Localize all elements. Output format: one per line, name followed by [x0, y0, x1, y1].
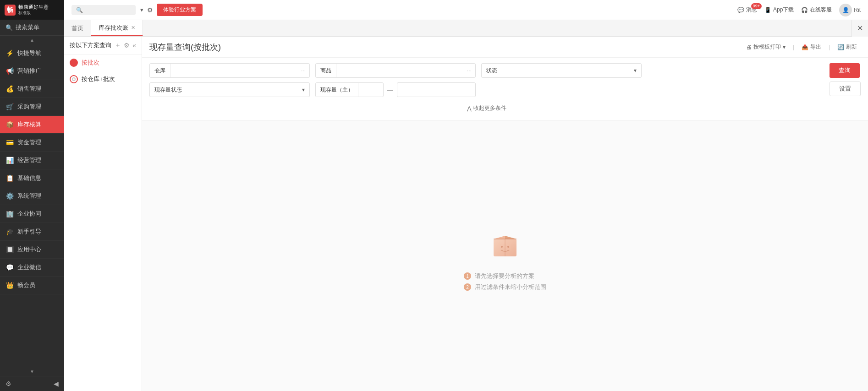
settings-icon[interactable]: ⚙ [5, 380, 11, 387]
close-all-tabs[interactable]: ✕ [852, 20, 868, 37]
messages-badge: 99+ [751, 3, 762, 9]
inventory-qty-filter: 现存量（主） [315, 82, 384, 97]
add-scheme-icon[interactable]: ＋ [115, 41, 121, 49]
customer-service-action[interactable]: 🎧 在线客服 [801, 6, 832, 14]
hint-num-2: 2 [464, 283, 471, 291]
status-filter[interactable]: 状态 ▾ [481, 63, 642, 78]
sidebar-search[interactable]: 🔍 搜索菜单 [0, 20, 64, 36]
print-btn[interactable]: 🖨 按模板打印 ▾ [742, 41, 789, 53]
apps-label: 应用中心 [17, 245, 41, 254]
operations-label: 经营管理 [17, 156, 41, 164]
system-icon: ⚙️ [5, 192, 14, 200]
refresh-btn[interactable]: 🔄 刷新 [834, 41, 861, 53]
sidebar-item-enterprise[interactable]: 🏢 企业协同 [0, 205, 64, 223]
inventory-status-dropdown-icon: ▾ [302, 87, 305, 93]
range-separator: — [387, 87, 393, 93]
search-icon: 🔍 [5, 24, 13, 31]
sidebar-item-operations[interactable]: 📊 经营管理 [0, 152, 64, 169]
newbie-icon: 🎓 [5, 228, 14, 236]
newbie-label: 新手引导 [17, 228, 41, 236]
scheme-by-warehouse-batch-label: 按仓库+批次 [82, 75, 115, 83]
sidebar-item-apps[interactable]: 🔲 应用中心 [0, 241, 64, 259]
experience-btn[interactable]: 体验行业方案 [157, 4, 203, 16]
user-profile[interactable]: 👤 Rit [839, 4, 861, 16]
member-icon: 👑 [5, 281, 14, 289]
warehouse-filter[interactable]: 仓库 ··· [149, 63, 310, 78]
sidebar-item-marketing[interactable]: 📢 营销推广 [0, 62, 64, 80]
enterprise-icon: 🏢 [5, 210, 14, 218]
topbar-search[interactable]: 🔍 [71, 5, 136, 15]
filter-area: 仓库 ··· 商品 ··· 状态 ▾ [142, 58, 868, 121]
refresh-label: 刷新 [846, 43, 857, 51]
sidebar-item-newbie[interactable]: 🎓 新手引导 [0, 223, 64, 241]
main-area: 🔍 ▾ ⚙ 体验行业方案 💬 消息 99+ 📱 App下载 🎧 在线客服 👤 R [64, 0, 868, 391]
scheme-by-warehouse-batch[interactable]: 按仓库+批次 [64, 71, 142, 87]
sales-icon: 💰 [5, 85, 14, 93]
app-title: 畅康通好生意 [18, 4, 49, 10]
empty-state: 1 请先选择要分析的方案 2 用过滤条件来缩小分析范围 [142, 121, 868, 391]
sidebar-scroll-up[interactable]: ▲ [0, 36, 64, 44]
warehouse-input[interactable] [170, 67, 297, 74]
purchase-icon: 🛒 [5, 103, 14, 111]
collapse-label: 收起更多条件 [473, 104, 506, 112]
export-btn[interactable]: 📤 导出 [798, 41, 825, 53]
sidebar-item-finance[interactable]: 💳 资金管理 [0, 134, 64, 152]
sidebar-item-quick-nav[interactable]: ⚡ 快捷导航 [0, 44, 64, 62]
left-panel-title: 按以下方案查询 [70, 41, 111, 49]
warehouse-more[interactable]: ··· [297, 67, 309, 74]
scheme-by-batch-label: 按批次 [82, 59, 99, 67]
search-dropdown-icon[interactable]: ▾ [140, 6, 143, 13]
basic-icon: 📋 [5, 174, 14, 182]
filter-action-buttons: 查询 设置 [830, 63, 861, 96]
inventory-qty-to[interactable] [397, 82, 476, 97]
wechat-label: 企业微信 [17, 263, 41, 272]
collapse-more-btn[interactable]: ⋀ 收起更多条件 [149, 102, 824, 115]
operations-icon: 📊 [5, 156, 14, 164]
scheme-settings-icon[interactable]: ⚙ [124, 42, 130, 49]
sidebar-item-basic[interactable]: 📋 基础信息 [0, 169, 64, 187]
tabbar: 首页 库存批次账 ✕ ✕ [64, 20, 868, 37]
goods-filter[interactable]: 商品 ··· [315, 63, 476, 78]
action-divider-1: | [793, 44, 794, 50]
tab-close-icon[interactable]: ✕ [131, 25, 135, 31]
member-label: 畅会员 [17, 281, 35, 289]
goods-input[interactable] [336, 67, 463, 74]
collapse-panel-icon[interactable]: « [132, 42, 136, 49]
empty-hint-1: 1 请先选择要分析的方案 [464, 272, 546, 280]
sidebar-item-wechat[interactable]: 💬 企业微信 [0, 259, 64, 277]
export-icon: 📤 [802, 44, 808, 50]
topbar: 🔍 ▾ ⚙ 体验行业方案 💬 消息 99+ 📱 App下载 🎧 在线客服 👤 R [64, 0, 868, 20]
tab-home[interactable]: 首页 [64, 20, 91, 36]
goods-more[interactable]: ··· [463, 67, 475, 74]
left-panel-action-group: ＋ ⚙ « [115, 41, 136, 49]
sidebar-item-system[interactable]: ⚙️ 系统管理 [0, 187, 64, 205]
goods-label: 商品 [316, 64, 336, 77]
sidebar-item-inventory[interactable]: 📦 库存核算 [0, 116, 64, 134]
app-download-action[interactable]: 📱 App下载 [764, 6, 794, 14]
marketing-label: 营销推广 [17, 67, 41, 75]
wechat-icon: 💬 [5, 263, 14, 272]
avatar: 👤 [839, 4, 852, 16]
settings-button[interactable]: 设置 [830, 81, 861, 96]
tab-batch-account[interactable]: 库存批次账 ✕ [91, 20, 143, 36]
purchase-label: 采购管理 [17, 103, 41, 111]
inventory-status-filter[interactable]: 现存量状态 ▾ [149, 82, 310, 97]
messages-action[interactable]: 💬 消息 99+ [737, 6, 757, 14]
sidebar-item-purchase[interactable]: 🛒 采购管理 [0, 98, 64, 116]
svg-marker-2 [494, 236, 505, 239]
apps-icon: 🔲 [5, 245, 14, 254]
enterprise-label: 企业协同 [17, 210, 41, 218]
inventory-qty-from[interactable] [358, 87, 384, 93]
scheme-by-batch[interactable]: 按批次 [64, 54, 142, 71]
sidebar-scroll-down[interactable]: ▼ [0, 367, 64, 376]
right-panel: 现存量查询(按批次) 🖨 按模板打印 ▾ | 📤 导出 | 🔄 [142, 37, 868, 391]
page-title-actions: 🖨 按模板打印 ▾ | 📤 导出 | 🔄 刷新 [742, 41, 861, 53]
sidebar-item-sales[interactable]: 💰 销售管理 [0, 80, 64, 98]
sidebar-item-member[interactable]: 👑 畅会员 [0, 277, 64, 294]
query-button[interactable]: 查询 [830, 63, 860, 78]
collapse-sidebar-icon[interactable]: ◀ [54, 380, 59, 387]
empty-hint-2: 2 用过滤条件来缩小分析范围 [464, 283, 546, 291]
scheme-active-icon [70, 59, 78, 67]
app-download-label: App下载 [773, 6, 794, 14]
topbar-gear-icon[interactable]: ⚙ [147, 6, 153, 14]
